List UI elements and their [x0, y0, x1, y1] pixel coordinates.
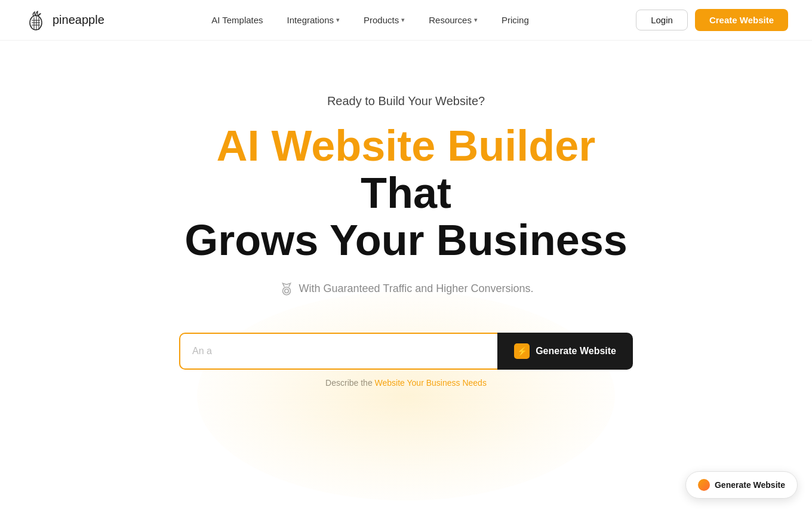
floating-generate-button[interactable]: Generate Website [685, 471, 798, 499]
nav-item-products[interactable]: Products ▾ [354, 10, 414, 30]
nav-actions: Login Create Website [636, 9, 788, 31]
lightning-icon: ⚡ [514, 343, 530, 359]
svg-point-8 [282, 287, 290, 294]
hero-title: AI Website Builder ThatGrows Your Busine… [167, 122, 645, 265]
generate-hint: Describe the Website Your Business Needs [325, 378, 487, 388]
chevron-down-icon: ▾ [336, 16, 340, 24]
hero-title-black: ThatGrows Your Business [184, 169, 628, 264]
svg-point-9 [284, 289, 288, 293]
hero-subtitle: Ready to Build Your Website? [327, 94, 485, 108]
chevron-down-icon: ▾ [474, 16, 478, 24]
logo[interactable]: pineapple [24, 8, 104, 32]
nav-item-ai-templates[interactable]: AI Templates [202, 10, 272, 30]
nav-item-pricing[interactable]: Pricing [492, 10, 539, 30]
logo-text: pineapple [53, 13, 104, 27]
nav-item-integrations[interactable]: Integrations ▾ [278, 10, 349, 30]
hero-title-orange: AI Website Builder [217, 122, 596, 170]
floating-dot-icon [698, 479, 710, 491]
hero-glow [197, 291, 615, 500]
chevron-down-icon: ▾ [401, 16, 405, 24]
login-button[interactable]: Login [636, 10, 688, 30]
create-website-button[interactable]: Create Website [695, 9, 788, 31]
nav-links: AI Templates Integrations ▾ Products ▾ R… [202, 10, 539, 30]
pineapple-logo-icon [24, 8, 48, 32]
generate-website-button[interactable]: ⚡ Generate Website [497, 333, 633, 370]
hero-tagline: With Guaranteed Traffic and Higher Conve… [279, 281, 534, 297]
hero-section: Ready to Build Your Website? AI Website … [0, 41, 812, 506]
nav-item-resources[interactable]: Resources ▾ [419, 10, 487, 30]
navbar: pineapple AI Templates Integrations ▾ Pr… [0, 0, 812, 41]
medal-icon [279, 281, 294, 297]
generate-area: ⚡ Generate Website [179, 333, 633, 370]
website-description-input[interactable] [179, 333, 497, 370]
